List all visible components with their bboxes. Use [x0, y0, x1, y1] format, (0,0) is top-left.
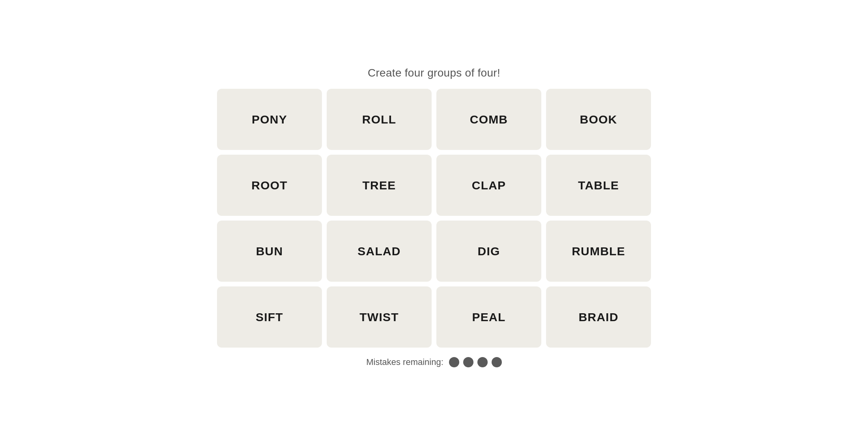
- word-card-salad[interactable]: SALAD: [327, 221, 432, 282]
- mistake-dot-3: [477, 357, 488, 367]
- word-card-root[interactable]: ROOT: [217, 155, 322, 216]
- word-card-rumble[interactable]: RUMBLE: [546, 221, 651, 282]
- word-label-dig: DIG: [478, 245, 500, 258]
- subtitle: Create four groups of four!: [368, 67, 500, 79]
- word-label-tree: TREE: [363, 179, 396, 192]
- word-label-peal: PEAL: [472, 311, 506, 324]
- word-label-bun: BUN: [256, 245, 283, 258]
- word-label-clap: CLAP: [472, 179, 506, 192]
- word-label-root: ROOT: [251, 179, 287, 192]
- word-card-comb[interactable]: COMB: [436, 89, 541, 150]
- word-card-sift[interactable]: SIFT: [217, 286, 322, 348]
- word-label-salad: SALAD: [357, 245, 400, 258]
- mistake-dot-2: [463, 357, 473, 367]
- word-label-comb: COMB: [470, 113, 508, 126]
- word-card-pony[interactable]: PONY: [217, 89, 322, 150]
- word-card-roll[interactable]: ROLL: [327, 89, 432, 150]
- mistakes-row: Mistakes remaining:: [366, 357, 502, 367]
- word-label-twist: TWIST: [359, 311, 398, 324]
- word-card-dig[interactable]: DIG: [436, 221, 541, 282]
- word-card-twist[interactable]: TWIST: [327, 286, 432, 348]
- word-label-pony: PONY: [252, 113, 287, 126]
- mistake-dot-1: [449, 357, 459, 367]
- word-label-sift: SIFT: [256, 311, 283, 324]
- mistakes-label: Mistakes remaining:: [366, 357, 443, 367]
- word-card-bun[interactable]: BUN: [217, 221, 322, 282]
- word-label-rumble: RUMBLE: [572, 245, 625, 258]
- word-label-braid: BRAID: [579, 311, 619, 324]
- word-card-braid[interactable]: BRAID: [546, 286, 651, 348]
- word-label-book: BOOK: [580, 113, 617, 126]
- word-card-table[interactable]: TABLE: [546, 155, 651, 216]
- mistakes-dots: [449, 357, 502, 367]
- word-card-book[interactable]: BOOK: [546, 89, 651, 150]
- mistake-dot-4: [492, 357, 502, 367]
- word-card-tree[interactable]: TREE: [327, 155, 432, 216]
- word-grid: PONYROLLCOMBBOOKROOTTREECLAPTABLEBUNSALA…: [217, 89, 651, 348]
- word-card-peal[interactable]: PEAL: [436, 286, 541, 348]
- word-label-roll: ROLL: [362, 113, 396, 126]
- game-container: Create four groups of four! PONYROLLCOMB…: [217, 67, 651, 367]
- word-card-clap[interactable]: CLAP: [436, 155, 541, 216]
- word-label-table: TABLE: [578, 179, 619, 192]
